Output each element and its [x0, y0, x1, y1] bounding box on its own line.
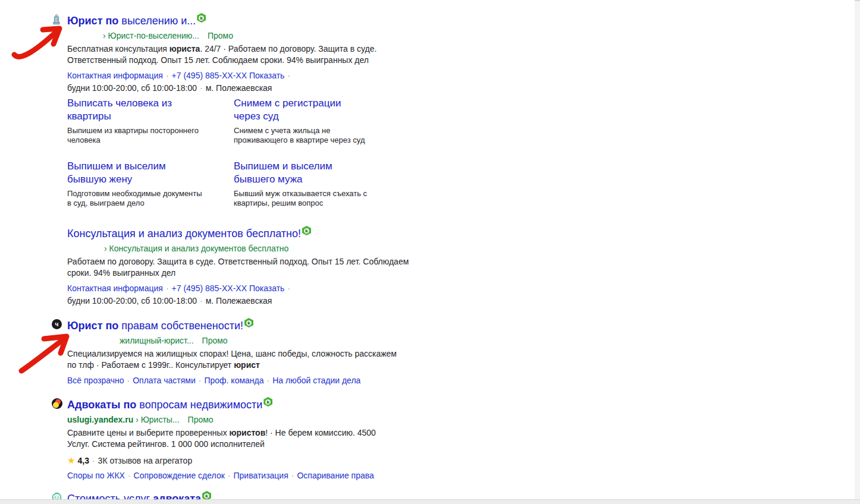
contact-line: Контактная информация·+7 (495) 885-XX-XX…	[67, 71, 424, 81]
quick-link[interactable]: Приватизация	[233, 471, 288, 480]
quick-link[interactable]: Оспаривание права	[297, 471, 373, 480]
quick-links-row: Споры по ЖКХ·Сопровождение сделок·Приват…	[67, 471, 448, 481]
sitelink-description: Выпишем из квартиры постороннего человек…	[67, 126, 207, 145]
quick-link[interactable]: На любой стадии дела	[272, 376, 360, 385]
ad-k-badge-icon: k	[197, 13, 206, 23]
breadcrumb-path-link[interactable]: › Юристы...	[133, 415, 179, 424]
hours-line: будни 10:00-20:00, сб 10:00-18:00·м. Пол…	[67, 296, 448, 306]
result-title-link[interactable]: Адвокаты по вопросам недвижимости	[67, 399, 262, 411]
breadcrumb: жилищный-юрист...Промо	[67, 336, 448, 345]
breadcrumb-path-link[interactable]: › Консультация и анализ документов беспл…	[104, 244, 288, 253]
promo-label: Промо	[202, 336, 228, 345]
search-result-ad-1: Юрист по выселению и...k › Юрист-по-высе…	[67, 13, 424, 93]
rating-value: 4,3	[77, 456, 89, 465]
sitelink-description: Подготовим необходимые документы в суд, …	[67, 189, 207, 208]
ad-k-badge-icon: k	[263, 397, 272, 407]
rating-line: ★4,3·3К отзывов на агрегатор	[67, 455, 448, 466]
quick-link[interactable]: Сопровождение сделок	[134, 471, 225, 480]
vertical-scrollbar[interactable]	[855, 0, 860, 504]
contact-line: Контактная информация·+7 (495) 885-XX-XX…	[67, 284, 448, 294]
breadcrumb: uslugi.yandex.ru › Юристы...Промо	[67, 415, 448, 424]
breadcrumb-domain-link[interactable]: uslugi.yandex.ru	[67, 415, 133, 424]
sitelink-item: Выпишем и выселим бывшую жену Подготовим…	[67, 160, 234, 208]
sitelink-item: Снимем с регистрации через суд Снимем с …	[234, 97, 400, 145]
hand-drawn-arrow-1	[6, 21, 68, 64]
hours-line: будни 10:00-20:00, сб 10:00-18:00·м. Пол…	[67, 83, 424, 93]
breadcrumb-path-link[interactable]: жилищный-юрист...	[120, 336, 194, 345]
search-sub-result: Консультация и анализ документов бесплат…	[67, 226, 448, 306]
rating-reviews-text: 3К отзывов на агрегатор	[98, 456, 193, 465]
ad-k-badge-icon: k	[302, 226, 311, 235]
metro-station: м. Полежаевская	[206, 296, 272, 305]
promo-label: Промо	[188, 415, 214, 424]
sitelink-description: Бывший муж отказывается съехать с кварти…	[234, 189, 373, 208]
star-icon: ★	[67, 455, 75, 465]
quick-link[interactable]: Споры по ЖКХ	[67, 471, 125, 480]
sitelink-title-link[interactable]: Выпишем и выселим бывшего мужа	[234, 160, 366, 186]
phone-show-link[interactable]: +7 (495) 885-XX-XX Показать	[172, 71, 285, 80]
quick-link[interactable]: Проф. команда	[204, 376, 263, 385]
sub-result-title-link[interactable]: Консультация и анализ документов бесплат…	[67, 228, 301, 240]
vertical-scrollbar-thumb[interactable]	[855, 0, 860, 1]
search-result-ad-3: Адвокаты по вопросам недвижимостиk uslug…	[67, 397, 448, 481]
hand-drawn-arrow-2	[15, 326, 75, 376]
breadcrumb-path-link[interactable]: › Юрист-по-выселению...	[103, 31, 199, 40]
horizontal-scrollbar[interactable]	[0, 499, 860, 504]
search-result-ad-2: ч Юрист по правам собственености!k жилищ…	[67, 318, 448, 386]
sitelinks-grid: Выписать человека из квартиры Выпишем из…	[67, 97, 412, 208]
result-title-link[interactable]: Юрист по правам собственености!	[67, 320, 243, 332]
ad-k-badge-icon: k	[244, 318, 253, 327]
breadcrumb: › Юрист-по-выселению...Промо	[67, 31, 424, 40]
search-results-page: Юрист по выселению и...k › Юрист-по-высе…	[0, 0, 860, 504]
letter-ch-favicon-icon: ч	[52, 319, 62, 330]
quick-link[interactable]: Всё прозрачно	[67, 376, 124, 385]
promo-label: Промо	[208, 31, 233, 40]
result-description: Бесплатная консультация юриста. 24/7 · Р…	[67, 43, 382, 66]
sitelink-description: Снимем с учета жильца не проживающего в …	[234, 126, 373, 145]
result-description: Сравните цены и выберите проверенных юри…	[67, 427, 400, 450]
sitelink-title-link[interactable]: Выписать человека из квартиры	[67, 97, 199, 123]
sitelink-item: Выписать человека из квартиры Выпишем из…	[67, 97, 234, 145]
quick-link[interactable]: Оплата частями	[133, 376, 196, 385]
result-description: Специализируемся на жилищных спорах! Цен…	[67, 348, 406, 371]
working-hours: будни 10:00-20:00, сб 10:00-18:00	[67, 296, 197, 305]
sitelink-title-link[interactable]: Выпишем и выселим бывшую жену	[67, 160, 199, 186]
result-title-link[interactable]: Юрист по выселению и...	[67, 15, 196, 27]
breadcrumb: › Консультация и анализ документов беспл…	[67, 244, 448, 253]
working-hours: будни 10:00-20:00, сб 10:00-18:00	[67, 83, 197, 93]
contact-info-link[interactable]: Контактная информация	[67, 284, 163, 293]
sitelink-item: Выпишем и выселим бывшего мужа Бывший му…	[234, 160, 400, 208]
phone-show-link[interactable]: +7 (495) 885-XX-XX Показать	[172, 284, 285, 293]
monument-favicon-icon	[52, 14, 62, 25]
yandex-uslugi-favicon-icon	[52, 398, 62, 409]
contact-info-link[interactable]: Контактная информация	[67, 71, 163, 80]
sitelink-title-link[interactable]: Снимем с регистрации через суд	[234, 97, 366, 123]
quick-links-row: Всё прозрачно·Оплата частями·Проф. коман…	[67, 376, 448, 386]
result-description: Работаем по договору. Защита в суде. Отв…	[67, 256, 415, 279]
metro-station: м. Полежаевская	[206, 83, 272, 93]
